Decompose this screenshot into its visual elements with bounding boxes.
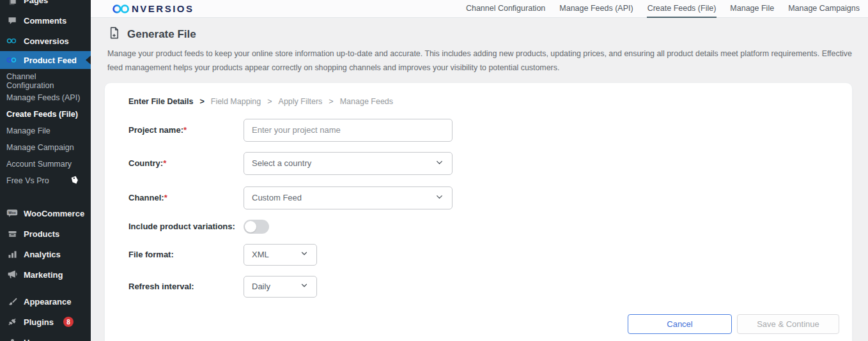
- sidebar-item-label: Conversios: [24, 36, 69, 46]
- plugin-header-bar: NVERSIOS Channel Configuration Manage Fe…: [91, 0, 868, 18]
- channel-select-value: Custom Feed: [252, 193, 302, 202]
- sidebar-item-comments[interactable]: Comments: [0, 10, 91, 31]
- file-format-label: File format:: [128, 250, 244, 259]
- price-tag-icon: [69, 174, 81, 188]
- page-title: Generate File: [127, 28, 196, 41]
- required-asterisk: *: [183, 125, 187, 135]
- menu-separator: [0, 285, 91, 291]
- products-icon: [6, 228, 18, 239]
- channel-select[interactable]: Custom Feed: [244, 186, 453, 209]
- form-row-country: Country:* Select a country: [128, 152, 839, 175]
- required-asterisk: *: [163, 158, 166, 168]
- sidebar-item-conversios[interactable]: Conversios: [0, 31, 91, 51]
- project-name-input[interactable]: [244, 119, 453, 142]
- conversios-icon: [6, 35, 18, 47]
- sidebar-item-woocommerce[interactable]: Woo WooCommerce: [0, 203, 91, 224]
- step-separator: >: [329, 97, 333, 106]
- sidebar-item-label: Analytics: [24, 250, 61, 259]
- file-format-select-value: XML: [252, 250, 269, 259]
- form-row-file-format: File format: XML: [128, 244, 839, 266]
- submenu-free-vs-pro[interactable]: Free Vs Pro: [0, 172, 91, 189]
- users-icon: [6, 337, 18, 341]
- active-menu-arrow: [86, 56, 91, 64]
- tab-channel-configuration[interactable]: Channel Configuration: [465, 0, 546, 18]
- chevron-down-icon: [300, 249, 309, 260]
- toggle-knob: [245, 221, 256, 232]
- plugins-update-badge: 8: [63, 317, 74, 327]
- tab-manage-campaigns[interactable]: Manage Campaigns: [787, 0, 860, 18]
- sidebar-item-users[interactable]: Users: [0, 332, 91, 341]
- step-enter-file-details: Enter File Details: [128, 97, 193, 106]
- sidebar-item-label: Marketing: [24, 270, 63, 280]
- sidebar-item-label: Product Feed: [24, 56, 77, 65]
- form-row-channel: Channel:* Custom Feed: [128, 186, 839, 209]
- wp-admin-sidebar: Pages Comments Conversios Product Feed C…: [0, 0, 91, 341]
- form-actions: Cancel Save & Continue: [128, 314, 839, 334]
- step-apply-filters: Apply Filters: [279, 97, 323, 106]
- analytics-icon: [6, 248, 18, 260]
- sidebar-item-label: Products: [24, 229, 59, 239]
- submenu-account-summary[interactable]: Account Summary: [0, 156, 91, 172]
- tab-create-feeds-file[interactable]: Create Feeds (File): [647, 0, 717, 18]
- top-navigation: Channel Configuration Manage Feeds (API)…: [465, 0, 860, 18]
- product-feed-icon: [6, 54, 18, 66]
- conversios-logo[interactable]: NVERSIOS: [112, 3, 194, 14]
- form-row-refresh-interval: Refresh interval: Daily: [128, 276, 839, 298]
- sidebar-item-label: Pages: [24, 0, 48, 5]
- sidebar-item-analytics[interactable]: Analytics: [0, 244, 91, 264]
- step-separator: >: [199, 97, 204, 106]
- cancel-button[interactable]: Cancel: [628, 314, 732, 334]
- sidebar-item-products[interactable]: Products: [0, 224, 91, 244]
- project-name-label: Project name:*: [128, 125, 244, 135]
- generate-file-card: Enter File Details > Field Mapping > App…: [104, 82, 853, 341]
- page-header: Generate File Manage your product feeds …: [91, 18, 868, 75]
- country-select[interactable]: Select a country: [244, 152, 453, 175]
- refresh-interval-select[interactable]: Daily: [244, 276, 317, 298]
- conversios-logo-infinity-icon: [112, 4, 131, 14]
- refresh-interval-select-value: Daily: [252, 282, 270, 291]
- sidebar-item-appearance[interactable]: Appearance: [0, 291, 91, 312]
- chevron-down-icon: [300, 281, 309, 292]
- required-asterisk: *: [164, 193, 167, 202]
- channel-label: Channel:*: [128, 193, 244, 202]
- tab-manage-file[interactable]: Manage File: [729, 0, 775, 18]
- chevron-down-icon: [435, 192, 444, 204]
- refresh-interval-label: Refresh interval:: [128, 282, 244, 291]
- wizard-steps: Enter File Details > Field Mapping > App…: [128, 97, 839, 106]
- save-continue-button[interactable]: Save & Continue: [737, 314, 839, 334]
- file-format-select[interactable]: XML: [244, 244, 317, 266]
- plugins-icon: [6, 316, 18, 328]
- submenu-manage-file[interactable]: Manage File: [0, 123, 91, 139]
- submenu-manage-campaign[interactable]: Manage Campaign: [0, 139, 91, 156]
- submenu-channel-configuration[interactable]: Channel Configuration: [0, 73, 91, 89]
- tab-manage-feeds-api[interactable]: Manage Feeds (API): [559, 0, 633, 18]
- svg-text:Woo: Woo: [8, 211, 16, 215]
- include-variations-toggle[interactable]: [244, 220, 269, 234]
- pages-icon: [6, 0, 18, 6]
- sidebar-item-pages[interactable]: Pages: [0, 0, 91, 10]
- logo-text: NVERSIOS: [132, 3, 194, 14]
- sidebar-item-product-feed[interactable]: Product Feed: [0, 51, 91, 69]
- chevron-down-icon: [435, 158, 444, 169]
- sidebar-item-label: Users: [24, 338, 47, 341]
- sidebar-item-marketing[interactable]: Marketing: [0, 264, 91, 285]
- form-row-variations: Include product variations:: [128, 220, 839, 234]
- sidebar-item-label: Plugins: [24, 317, 54, 327]
- sidebar-item-plugins[interactable]: Plugins 8: [0, 312, 91, 332]
- main-content-area: NVERSIOS Channel Configuration Manage Fe…: [91, 0, 868, 341]
- country-select-value: Select a country: [252, 158, 311, 168]
- step-separator: >: [267, 97, 272, 106]
- submenu-create-feeds-file[interactable]: Create Feeds (File): [0, 106, 91, 123]
- step-field-mapping: Field Mapping: [211, 97, 261, 106]
- country-label: Country:*: [128, 158, 244, 168]
- woocommerce-icon: Woo: [6, 208, 18, 219]
- marketing-icon: [6, 269, 18, 280]
- sidebar-item-label: Comments: [24, 16, 66, 26]
- appearance-icon: [6, 296, 18, 307]
- step-manage-feeds: Manage Feeds: [340, 97, 393, 106]
- sidebar-item-label: Appearance: [24, 297, 71, 307]
- sidebar-item-label: WooCommerce: [24, 209, 84, 218]
- page-description: Manage your product feeds to keep your o…: [107, 47, 853, 75]
- submenu-manage-feeds-api[interactable]: Manage Feeds (API): [0, 89, 91, 106]
- form-row-project-name: Project name:*: [128, 119, 839, 142]
